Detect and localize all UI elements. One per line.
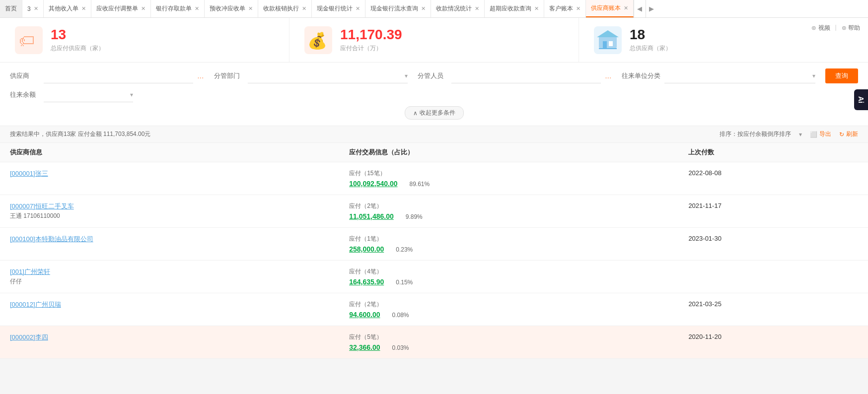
supplier-link[interactable]: [000100]本特勤油品有限公司: [10, 235, 93, 243]
txn-amount-value[interactable]: 94,600.00: [349, 311, 380, 319]
supplier-info-cell: [000001]张三: [10, 169, 349, 178]
supplier-link[interactable]: [000002]李四: [10, 333, 48, 341]
nav-next-arrow[interactable]: ▶: [646, 0, 657, 17]
tab-3[interactable]: 3 ✕: [22, 0, 44, 17]
txn-amount-value[interactable]: 100,092,540.00: [349, 180, 397, 188]
svg-text:💰: 💰: [307, 31, 327, 50]
collapse-button[interactable]: ∧ 收起更多条件: [405, 106, 464, 120]
tab-supplier-ledger-label: 供应商账本: [591, 4, 621, 12]
tab-home-label: 首页: [5, 4, 17, 13]
tab-receipt-exec-label: 收款核销执行: [263, 4, 299, 13]
table-row: [000001]张三应付（15笔）100,092,540.0089.61%202…: [0, 162, 868, 195]
tab-overdue-ar-close[interactable]: ✕: [534, 5, 539, 12]
svg-rect-7: [609, 41, 613, 46]
tab-receipt-exec-close[interactable]: ✕: [302, 5, 306, 12]
category-chevron-icon: ▾: [812, 72, 815, 79]
svg-rect-6: [603, 41, 607, 48]
tab-pre-collect[interactable]: 预收冲应收单 ✕: [205, 0, 258, 17]
stat-bar: 🏷 13 总应付供应商（家） 💰 11,170.39 应付合计（万）: [0, 18, 868, 63]
collapse-label: 收起更多条件: [420, 109, 455, 117]
tab-ar-ap-adjust-close[interactable]: ✕: [141, 5, 145, 12]
tab-3-label: 3: [27, 5, 31, 12]
category-select-wrap[interactable]: ▾: [664, 68, 816, 83]
category-input[interactable]: [664, 72, 813, 79]
filter-balance: 往来余额 ▾: [10, 87, 219, 102]
txn-amount-value[interactable]: 164,635.90: [349, 278, 384, 286]
tab-overdue-ar-label: 超期应收款查询: [490, 4, 531, 13]
refresh-button[interactable]: ↻ 刷新: [839, 130, 858, 138]
help-link[interactable]: ⊙ 帮助: [842, 24, 860, 32]
stat-card-total-ap: 💰 11,170.39 应付合计（万）: [289, 18, 579, 62]
tab-other-income-close[interactable]: ✕: [81, 5, 86, 12]
filter-dept: 分管部门 ▾: [214, 68, 408, 83]
supplier-icon: 🏷: [15, 26, 43, 54]
tab-receipt-exec[interactable]: 收款核销执行 ✕: [258, 0, 312, 17]
tab-receipt-stat-close[interactable]: ✕: [475, 5, 479, 12]
supplier-link[interactable]: [000007]恒旺二手叉车: [10, 202, 74, 210]
stat-info-total-ap: 11,170.39 应付合计（万）: [340, 27, 402, 53]
last-date-cell: 2021-11-17: [688, 202, 858, 209]
txn-pct-value: 0.08%: [392, 312, 409, 319]
tab-supplier-ledger-close[interactable]: ✕: [624, 5, 628, 11]
filter-bar: 供应商 ... 分管部门 ▾ 分管人员 ... 往来单位分类 ▾ 查询 往来: [0, 63, 868, 126]
tab-cash-bank-stat[interactable]: 现金银行统计 ✕: [312, 0, 365, 17]
tab-customer-ledger[interactable]: 客户账本 ✕: [544, 0, 586, 17]
tab-bank-deposit-close[interactable]: ✕: [195, 5, 199, 12]
stat-card-payable-suppliers: 🏷 13 总应付供应商（家）: [0, 18, 289, 62]
stat-info-payable-suppliers: 13 总应付供应商（家）: [51, 27, 104, 53]
txn-info-cell: 应付（5笔）32,366.000.03%: [349, 333, 688, 351]
txn-amount-row: 258,000.000.23%: [349, 244, 688, 253]
txn-info-cell: 应付（4笔）164,635.900.15%: [349, 267, 688, 286]
svg-text:🏷: 🏷: [19, 32, 35, 50]
tab-bank-deposit-label: 银行存取款单: [156, 4, 192, 13]
supplier-link[interactable]: [001]广州荣轩: [10, 268, 50, 275]
supplier-info-cell: [000012]广州贝瑞: [10, 300, 349, 309]
tab-supplier-ledger[interactable]: 供应商账本 ✕: [586, 0, 634, 17]
supplier-link[interactable]: [000012]广州贝瑞: [10, 301, 61, 308]
tab-cash-bank-flow-close[interactable]: ✕: [421, 5, 426, 12]
tab-cash-bank-stat-close[interactable]: ✕: [356, 5, 360, 12]
last-date-cell: 2022-08-08: [688, 169, 858, 177]
tab-3-close[interactable]: ✕: [34, 5, 38, 12]
supplier-link[interactable]: [000001]张三: [10, 170, 48, 177]
txn-count-text: 应付（1笔）: [349, 235, 688, 243]
nav-prev-arrow[interactable]: ◀: [634, 0, 646, 17]
supplier-info-cell: [001]广州荣轩仔仔: [10, 267, 349, 286]
ai-button[interactable]: Ai: [854, 89, 868, 110]
filter-category: 往来单位分类 ▾: [622, 68, 816, 83]
tab-customer-ledger-close[interactable]: ✕: [576, 5, 580, 12]
tab-pre-collect-close[interactable]: ✕: [248, 5, 253, 12]
txn-amount-value[interactable]: 32,366.00: [349, 343, 380, 351]
txn-amount-row: 11,051,486.009.89%: [349, 211, 688, 220]
person-input[interactable]: [451, 68, 601, 83]
filter-category-label: 往来单位分类: [622, 71, 660, 80]
tab-cash-bank-flow[interactable]: 现金银行流水查询 ✕: [365, 0, 431, 17]
txn-info-cell: 应付（2笔）11,051,486.009.89%: [349, 202, 688, 220]
export-button[interactable]: ⬜ 导出: [810, 130, 831, 138]
tab-other-income[interactable]: 其他收入单 ✕: [44, 0, 91, 17]
txn-amount-value[interactable]: 258,000.00: [349, 245, 384, 253]
stat-label-total-ap: 应付合计（万）: [340, 44, 402, 53]
balance-select-wrap[interactable]: ▾: [44, 87, 133, 102]
tab-overdue-ar[interactable]: 超期应收款查询 ✕: [485, 0, 544, 17]
txn-count-text: 应付（2笔）: [349, 300, 688, 309]
tab-receipt-stat-label: 收款情况统计: [436, 4, 472, 13]
balance-input[interactable]: [44, 91, 130, 98]
txn-amount-value[interactable]: 11,051,486.00: [349, 212, 394, 220]
person-dots[interactable]: ...: [605, 71, 611, 80]
tab-ar-ap-adjust[interactable]: 应收应付调整单 ✕: [91, 0, 151, 17]
result-summary: 搜索结果中，供应商13家 应付金额 111,703,854.00元: [10, 130, 150, 138]
tab-other-income-label: 其他收入单: [49, 4, 78, 13]
txn-count-text: 应付（5笔）: [349, 333, 688, 341]
query-button[interactable]: 查询: [825, 68, 858, 83]
dept-select-wrap[interactable]: ▾: [248, 68, 408, 83]
ai-button-label: Ai: [857, 96, 865, 103]
stat-right-tools: ⊙ 视频 | ⊙ 帮助: [811, 24, 860, 32]
tab-receipt-stat[interactable]: 收款情况统计 ✕: [431, 0, 485, 17]
tab-home[interactable]: 首页: [0, 0, 22, 17]
supplier-dots[interactable]: ...: [197, 71, 204, 80]
video-link[interactable]: ⊙ 视频: [811, 24, 830, 32]
dept-input[interactable]: [248, 72, 405, 79]
supplier-input[interactable]: [44, 68, 193, 83]
tab-bank-deposit[interactable]: 银行存取款单 ✕: [151, 0, 205, 17]
